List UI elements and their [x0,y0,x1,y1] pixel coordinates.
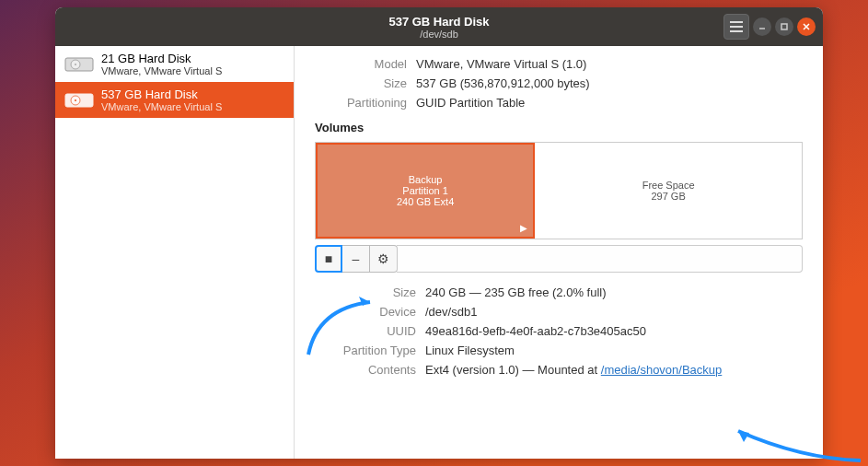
unmount-button[interactable]: ■ [315,245,342,273]
hamburger-menu-button[interactable] [723,14,749,40]
free-space-name: Free Space [642,180,695,191]
toolbar-spacer [397,245,803,273]
device-label: Device [315,305,425,319]
volumes-heading: Volumes [315,121,803,134]
disk-size-value: 537 GB (536,870,912,000 bytes) [416,76,803,90]
play-icon: ▶ [520,223,527,233]
disk-item-21gb[interactable]: 21 GB Hard Disk VMware, VMware Virtual S [55,46,294,82]
minimize-button[interactable] [753,17,771,36]
disk-item-sub: VMware, VMware Virtual S [101,65,222,76]
partition-type-value: Linux Filesystem [425,344,803,357]
disk-size-label: Size [315,76,416,90]
disk-item-name: 537 GB Hard Disk [101,87,222,101]
model-label: Model [315,57,416,71]
close-button[interactable] [797,17,816,36]
partition-options-button[interactable]: ⚙ [370,245,398,273]
partitioning-value: GUID Partition Table [416,96,803,110]
volume-diagram: Backup Partition 1 240 GB Ext4 ▶ Free Sp… [315,142,803,239]
maximize-button[interactable] [775,17,793,36]
window-subtitle: /dev/sdb [55,29,823,40]
partitioning-label: Partitioning [315,96,416,110]
contents-text: Ext4 (version 1.0) — Mounted at [425,363,601,377]
delete-partition-button[interactable]: – [342,245,370,273]
volume-toolbar: ■ – ⚙ [315,245,803,273]
disk-item-name: 21 GB Hard Disk [101,52,222,65]
disks-window: 537 GB Hard Disk /dev/sdb 21 GB Hard Dis… [55,7,823,459]
partition-free-space[interactable]: Free Space 297 GB [535,143,802,239]
title-block: 537 GB Hard Disk /dev/sdb [55,15,823,40]
free-space-size: 297 GB [651,191,685,202]
svg-point-3 [75,64,76,65]
model-value: VMware, VMware Virtual S (1.0) [416,57,803,71]
mount-point-link[interactable]: /media/shovon/Backup [601,363,723,377]
vol-size-value: 240 GB — 235 GB free (2.0% full) [425,285,803,299]
vol-size-label: Size [315,285,425,299]
partition-backup[interactable]: Backup Partition 1 240 GB Ext4 ▶ [316,143,535,239]
partition-sub: Partition 1 [402,185,448,196]
main-panel: ModelVMware, VMware Virtual S (1.0) Size… [295,46,823,459]
uuid-label: UUID [315,324,425,338]
disk-item-sub: VMware, VMware Virtual S [101,101,222,112]
uuid-value: 49ea816d-9efb-4e0f-aab2-c7b3e405ac50 [425,324,803,338]
contents-label: Contents [315,363,425,377]
partition-name: Backup [409,174,443,185]
device-value: /dev/sdb1 [425,305,803,319]
partition-size: 240 GB Ext4 [397,196,454,207]
hard-disk-icon [64,91,94,110]
svg-rect-0 [781,24,787,29]
contents-value: Ext4 (version 1.0) — Mounted at /media/s… [425,363,803,377]
partition-type-label: Partition Type [315,344,425,357]
hard-disk-icon [64,55,94,74]
disk-item-537gb[interactable]: 537 GB Hard Disk VMware, VMware Virtual … [55,82,294,118]
disk-list-sidebar: 21 GB Hard Disk VMware, VMware Virtual S… [55,46,295,459]
titlebar: 537 GB Hard Disk /dev/sdb [55,7,823,46]
window-title: 537 GB Hard Disk [55,15,823,29]
svg-point-6 [75,99,76,101]
